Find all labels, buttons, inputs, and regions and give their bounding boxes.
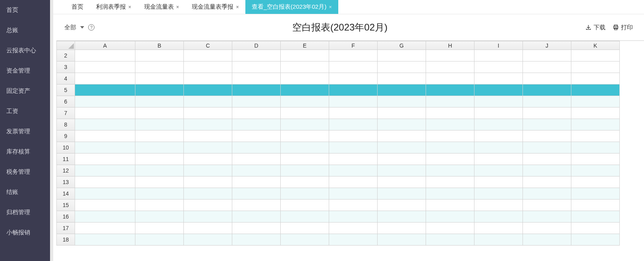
cell-I11[interactable] <box>474 154 523 165</box>
cell-H18[interactable] <box>426 234 474 246</box>
row-header-14[interactable]: 14 <box>57 188 75 200</box>
cell-E12[interactable] <box>281 165 329 177</box>
cell-J4[interactable] <box>523 73 571 84</box>
cell-G14[interactable] <box>378 188 426 200</box>
cell-E18[interactable] <box>281 234 329 246</box>
cell-H5[interactable] <box>426 84 474 96</box>
cell-D17[interactable] <box>232 223 281 234</box>
cell-F15[interactable] <box>329 200 378 211</box>
row-header-5[interactable]: 5 <box>57 84 75 96</box>
cell-A10[interactable] <box>75 142 135 154</box>
cell-G4[interactable] <box>378 73 426 84</box>
cell-A18[interactable] <box>75 234 135 246</box>
cell-A11[interactable] <box>75 154 135 165</box>
cell-K14[interactable] <box>571 188 620 200</box>
cell-H15[interactable] <box>426 200 474 211</box>
cell-G12[interactable] <box>378 165 426 177</box>
sidebar-item-6[interactable]: 发票管理 <box>0 121 50 142</box>
cell-D2[interactable] <box>232 50 281 61</box>
column-header-A[interactable]: A <box>75 41 135 50</box>
cell-B12[interactable] <box>135 165 184 177</box>
cell-G16[interactable] <box>378 211 426 223</box>
cell-D14[interactable] <box>232 188 281 200</box>
cell-E14[interactable] <box>281 188 329 200</box>
cell-A3[interactable] <box>75 61 135 73</box>
sidebar-item-0[interactable]: 首页 <box>0 0 50 20</box>
cell-J3[interactable] <box>523 61 571 73</box>
tab-1[interactable]: 利润表季报× <box>90 0 138 14</box>
cell-E11[interactable] <box>281 154 329 165</box>
column-header-D[interactable]: D <box>232 41 281 50</box>
row-header-16[interactable]: 16 <box>57 211 75 223</box>
cell-C4[interactable] <box>184 73 232 84</box>
cell-E6[interactable] <box>281 96 329 107</box>
cell-G7[interactable] <box>378 107 426 119</box>
cell-G10[interactable] <box>378 142 426 154</box>
cell-A13[interactable] <box>75 177 135 188</box>
cell-E10[interactable] <box>281 142 329 154</box>
cell-A12[interactable] <box>75 165 135 177</box>
cell-H12[interactable] <box>426 165 474 177</box>
cell-G15[interactable] <box>378 200 426 211</box>
cell-A6[interactable] <box>75 96 135 107</box>
cell-K3[interactable] <box>571 61 620 73</box>
cell-A4[interactable] <box>75 73 135 84</box>
cell-F8[interactable] <box>329 119 378 130</box>
column-header-E[interactable]: E <box>281 41 329 50</box>
row-header-17[interactable]: 17 <box>57 223 75 234</box>
row-header-8[interactable]: 8 <box>57 119 75 130</box>
cell-I17[interactable] <box>474 223 523 234</box>
cell-I6[interactable] <box>474 96 523 107</box>
cell-K11[interactable] <box>571 154 620 165</box>
cell-D12[interactable] <box>232 165 281 177</box>
cell-K6[interactable] <box>571 96 620 107</box>
cell-D18[interactable] <box>232 234 281 246</box>
cell-C8[interactable] <box>184 119 232 130</box>
column-header-F[interactable]: F <box>329 41 378 50</box>
cell-D15[interactable] <box>232 200 281 211</box>
cell-C2[interactable] <box>184 50 232 61</box>
download-button[interactable]: 下载 <box>585 24 605 31</box>
cell-H2[interactable] <box>426 50 474 61</box>
cell-B14[interactable] <box>135 188 184 200</box>
cell-G2[interactable] <box>378 50 426 61</box>
cell-A2[interactable] <box>75 50 135 61</box>
sidebar-item-11[interactable]: 小畅报销 <box>0 223 50 243</box>
cell-E3[interactable] <box>281 61 329 73</box>
row-header-7[interactable]: 7 <box>57 107 75 119</box>
cell-K9[interactable] <box>571 130 620 142</box>
cell-K5[interactable] <box>571 84 620 96</box>
cell-F16[interactable] <box>329 211 378 223</box>
cell-B5[interactable] <box>135 84 184 96</box>
cell-J7[interactable] <box>523 107 571 119</box>
cell-K4[interactable] <box>571 73 620 84</box>
cell-H13[interactable] <box>426 177 474 188</box>
cell-I7[interactable] <box>474 107 523 119</box>
cell-B2[interactable] <box>135 50 184 61</box>
cell-J9[interactable] <box>523 130 571 142</box>
cell-J18[interactable] <box>523 234 571 246</box>
cell-J16[interactable] <box>523 211 571 223</box>
cell-C11[interactable] <box>184 154 232 165</box>
column-header-J[interactable]: J <box>523 41 571 50</box>
cell-A8[interactable] <box>75 119 135 130</box>
cell-D9[interactable] <box>232 130 281 142</box>
cell-J13[interactable] <box>523 177 571 188</box>
sidebar-item-1[interactable]: 总账 <box>0 20 50 40</box>
cell-B7[interactable] <box>135 107 184 119</box>
cell-H9[interactable] <box>426 130 474 142</box>
cell-H11[interactable] <box>426 154 474 165</box>
cell-F11[interactable] <box>329 154 378 165</box>
sidebar-item-2[interactable]: 云报表中心 <box>0 40 50 61</box>
cell-K13[interactable] <box>571 177 620 188</box>
cell-C3[interactable] <box>184 61 232 73</box>
cell-I4[interactable] <box>474 73 523 84</box>
cell-I13[interactable] <box>474 177 523 188</box>
cell-K12[interactable] <box>571 165 620 177</box>
cell-C14[interactable] <box>184 188 232 200</box>
cell-B9[interactable] <box>135 130 184 142</box>
cell-G17[interactable] <box>378 223 426 234</box>
cell-J17[interactable] <box>523 223 571 234</box>
cell-B16[interactable] <box>135 211 184 223</box>
cell-B15[interactable] <box>135 200 184 211</box>
